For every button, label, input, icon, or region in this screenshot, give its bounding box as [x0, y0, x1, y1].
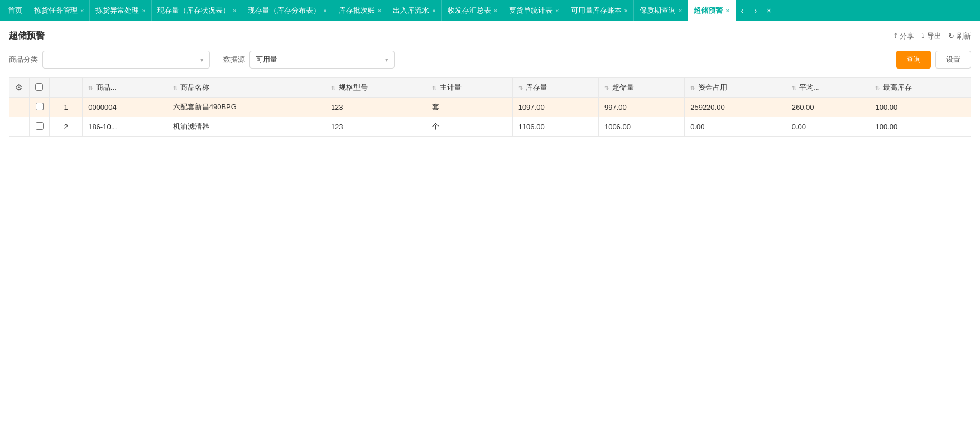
th-gear[interactable]: ⚙ — [9, 78, 30, 98]
close-icon[interactable]: × — [378, 7, 381, 14]
th-product-name[interactable]: ⇅ 商品名称 — [167, 78, 325, 98]
row-spec: 123 — [325, 117, 426, 137]
row-product-name: 六配套新昌490BPG — [167, 98, 325, 117]
share-icon: ⤴ — [893, 32, 897, 40]
row-max-stock: 100.00 — [869, 98, 971, 117]
nav-more-arrow[interactable]: × — [762, 0, 776, 21]
row-unit: 个 — [426, 117, 512, 137]
chevron-down-icon: ▾ — [385, 56, 388, 64]
nav-tab-in-out-flow[interactable]: 出入库流水 × — [387, 0, 441, 21]
th-overstock[interactable]: ⇅ 超储量 — [598, 78, 684, 98]
row-checkbox-cell[interactable] — [30, 98, 50, 117]
nav-tab-overstock-warning[interactable]: 超储预警 × — [688, 0, 735, 21]
row-checkbox[interactable] — [36, 122, 44, 130]
row-gear-cell — [9, 98, 30, 117]
header-actions: ⤴ 分享 ⤵ 导出 ↻ 刷新 — [893, 31, 971, 41]
page-content: 超储预警 ⤴ 分享 ⤵ 导出 ↻ 刷新 商品分类 ▾ 数据源 — [0, 21, 980, 446]
export-icon: ⤵ — [921, 32, 925, 40]
sort-icon: ⇅ — [331, 85, 335, 91]
row-gear-cell — [9, 117, 30, 137]
row-overstock: 1006.00 — [598, 117, 684, 137]
page-title: 超储预警 — [9, 30, 45, 42]
table-row: 1 0000004 六配套新昌490BPG 123 套 1097.00 997.… — [9, 98, 971, 117]
row-seq: 1 — [50, 98, 83, 117]
row-capital-occupied: 259220.00 — [685, 98, 786, 117]
filter-actions: 查询 设置 — [896, 51, 971, 69]
row-checkbox-cell[interactable] — [30, 117, 50, 137]
close-icon[interactable]: × — [323, 7, 326, 14]
nav-tab-task-mgmt[interactable]: 拣货任务管理 × — [28, 0, 90, 21]
filter-row: 商品分类 ▾ 数据源 可用量 ▾ 查询 设置 — [9, 51, 971, 69]
nav-tab-batch-account[interactable]: 库存批次账 × — [333, 0, 387, 21]
close-icon[interactable]: × — [233, 7, 236, 14]
row-max-stock: 100.00 — [869, 117, 971, 137]
sort-icon: ⇅ — [875, 85, 880, 91]
nav-prev-arrow[interactable]: ‹ — [736, 0, 749, 21]
row-product-code: 0000004 — [83, 98, 167, 117]
datasource-label: 数据源 — [223, 55, 245, 65]
th-max-stock[interactable]: ⇅ 最高库存 — [869, 78, 971, 98]
th-spec[interactable]: ⇅ 规格型号 — [325, 78, 426, 98]
top-nav: 首页 拣货任务管理 × 拣货异常处理 × 现存量（库存状况表） × 现存量（库存… — [0, 0, 980, 21]
sort-icon: ⇅ — [604, 85, 609, 91]
nav-next-arrow[interactable]: › — [749, 0, 762, 21]
th-capital-occupied[interactable]: ⇅ 资金占用 — [685, 78, 786, 98]
datasource-filter: 数据源 可用量 ▾ — [223, 51, 395, 69]
th-avg[interactable]: ⇅ 平均... — [786, 78, 869, 98]
row-product-code: 186-10... — [83, 117, 167, 137]
th-checkbox — [30, 78, 50, 98]
sort-icon: ⇅ — [518, 85, 523, 91]
row-stock: 1106.00 — [512, 117, 598, 137]
nav-tab-inventory-status[interactable]: 现存量（库存状况表） × — [152, 0, 242, 21]
row-capital-occupied: 0.00 — [685, 117, 786, 137]
settings-button[interactable]: 设置 — [935, 51, 971, 69]
select-all-checkbox[interactable] — [35, 83, 43, 91]
product-category-select[interactable]: ▾ — [42, 51, 210, 69]
nav-tab-order-stats[interactable]: 要货单统计表 × — [503, 0, 565, 21]
gear-icon[interactable]: ⚙ — [15, 83, 22, 92]
th-product-code[interactable]: ⇅ 商品... — [83, 78, 167, 98]
row-overstock: 997.00 — [598, 98, 684, 117]
share-button[interactable]: ⤴ 分享 — [893, 31, 914, 41]
product-category-label: 商品分类 — [9, 55, 38, 65]
row-avg: 260.00 — [786, 98, 869, 117]
table-row: 2 186-10... 机油滤清器 123 个 1106.00 1006.00 … — [9, 117, 971, 137]
sort-icon: ⇅ — [690, 85, 695, 91]
sort-icon: ⇅ — [432, 85, 436, 91]
nav-tab-available-account[interactable]: 可用量库存账本 × — [565, 0, 634, 21]
nav-tab-exception[interactable]: 拣货异常处理 × — [90, 0, 151, 21]
row-stock: 1097.00 — [512, 98, 598, 117]
close-icon[interactable]: × — [726, 7, 729, 14]
datasource-value: 可用量 — [256, 55, 277, 65]
sort-icon: ⇅ — [173, 85, 177, 91]
row-spec: 123 — [325, 98, 426, 117]
sort-icon: ⇅ — [88, 85, 93, 91]
nav-tab-expiry-query[interactable]: 保质期查询 × — [634, 0, 688, 21]
data-table: ⚙ ⇅ 商品... ⇅ 商品名称 ⇅ 规格型号 — [9, 77, 971, 137]
th-seq — [50, 78, 83, 98]
close-icon[interactable]: × — [142, 7, 145, 14]
close-icon[interactable]: × — [624, 7, 628, 14]
refresh-icon: ↻ — [948, 32, 954, 40]
th-unit[interactable]: ⇅ 主计量 — [426, 78, 512, 98]
page-header: 超储预警 ⤴ 分享 ⤵ 导出 ↻ 刷新 — [9, 30, 971, 42]
datasource-select[interactable]: 可用量 ▾ — [249, 51, 395, 69]
nav-tab-inventory-dist[interactable]: 现存量（库存分布表） × — [242, 0, 333, 21]
row-product-name: 机油滤清器 — [167, 117, 325, 137]
nav-tab-receipt-summary[interactable]: 收发存汇总表 × — [442, 0, 503, 21]
close-icon[interactable]: × — [679, 7, 682, 14]
row-unit: 套 — [426, 98, 512, 117]
close-icon[interactable]: × — [80, 7, 84, 14]
export-button[interactable]: ⤵ 导出 — [921, 31, 941, 41]
chevron-down-icon: ▾ — [200, 56, 204, 64]
refresh-button[interactable]: ↻ 刷新 — [948, 31, 971, 41]
close-icon[interactable]: × — [494, 7, 497, 14]
product-category-filter: 商品分类 ▾ — [9, 51, 210, 69]
close-icon[interactable]: × — [555, 7, 559, 14]
row-checkbox[interactable] — [36, 103, 44, 110]
nav-tab-home[interactable]: 首页 — [2, 0, 28, 21]
table-header-row: ⚙ ⇅ 商品... ⇅ 商品名称 ⇅ 规格型号 — [9, 78, 971, 98]
query-button[interactable]: 查询 — [896, 51, 931, 69]
th-stock[interactable]: ⇅ 库存量 — [512, 78, 598, 98]
close-icon[interactable]: × — [432, 7, 435, 14]
